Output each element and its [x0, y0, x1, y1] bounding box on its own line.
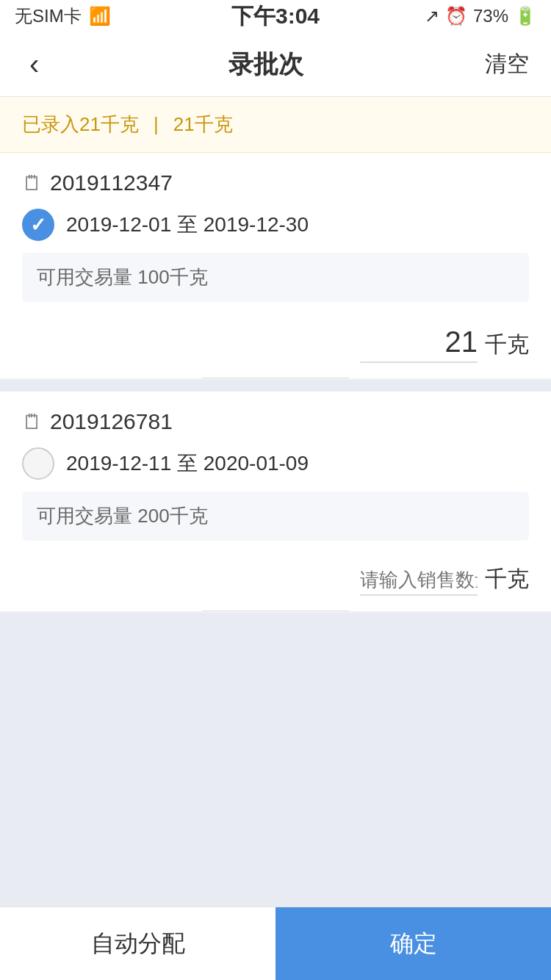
sim-text: 无SIM卡 — [15, 4, 82, 28]
divider-1 — [202, 378, 349, 378]
batch-card-1: 🗒 2019112347 2019-12-01 至 2019-12-30 可用交… — [0, 153, 551, 378]
amount-unit-1: 千克 — [485, 330, 529, 360]
batch-id-icon-1: 🗒 — [22, 171, 43, 195]
batch-card-2: 🗒 2019126781 2019-12-11 至 2020-01-09 可用交… — [0, 392, 551, 611]
summary-label: 已录入21千克 — [22, 112, 139, 137]
batch-avail-text-1: 可用交易量 100千克 — [37, 266, 208, 288]
auto-distribute-button[interactable]: 自动分配 — [0, 907, 276, 980]
batch-id-1: 2019112347 — [50, 170, 173, 195]
status-right: ↗ ⏰ 73% 🔋 — [425, 6, 536, 26]
amount-row-1: 千克 — [0, 314, 551, 378]
page-title: 录批次 — [228, 48, 303, 82]
batch-avail-row-2: 可用交易量 200千克 — [22, 491, 529, 541]
quantity-input-1[interactable] — [360, 325, 478, 363]
status-bar: 无SIM卡 📶 下午3:04 ↗ ⏰ 73% 🔋 — [0, 0, 551, 32]
clear-button[interactable]: 清空 — [485, 49, 529, 79]
empty-area — [0, 613, 551, 907]
batch-avail-text-2: 可用交易量 200千克 — [37, 505, 208, 527]
status-time: 下午3:04 — [231, 1, 320, 32]
amount-row-2: 千克 — [0, 552, 551, 610]
summary-value: 21千克 — [173, 112, 233, 137]
confirm-button[interactable]: 确定 — [276, 907, 551, 980]
section-separator — [0, 380, 551, 392]
divider-2 — [202, 610, 349, 611]
batch-date-row-1[interactable]: 2019-12-01 至 2019-12-30 — [0, 203, 551, 247]
battery-icon: 🔋 — [514, 6, 536, 26]
wifi-icon: 📶 — [89, 6, 111, 26]
status-left: 无SIM卡 📶 — [15, 4, 111, 28]
batch-radio-2[interactable] — [22, 447, 54, 480]
batch-date-1: 2019-12-01 至 2019-12-30 — [66, 211, 309, 239]
alarm-icon: ⏰ — [445, 6, 467, 26]
location-icon: ↗ — [425, 6, 439, 26]
summary-divider: | — [154, 113, 159, 136]
nav-bar: ‹ 录批次 清空 — [0, 32, 551, 97]
batch-date-row-2[interactable]: 2019-12-11 至 2020-01-09 — [0, 442, 551, 486]
quantity-input-2[interactable] — [360, 569, 478, 596]
batch-header-1: 🗒 2019112347 — [0, 153, 551, 203]
battery-text: 73% — [473, 6, 508, 26]
back-button[interactable]: ‹ — [22, 40, 46, 88]
batch-radio-1[interactable] — [22, 209, 54, 241]
batch-id-2: 2019126781 — [50, 409, 173, 434]
batch-avail-row-1: 可用交易量 100千克 — [22, 253, 529, 302]
bottom-bar: 自动分配 确定 — [0, 907, 551, 980]
batch-header-2: 🗒 2019126781 — [0, 392, 551, 442]
batch-date-2: 2019-12-11 至 2020-01-09 — [66, 450, 309, 478]
summary-bar: 已录入21千克 | 21千克 — [0, 97, 551, 153]
batch-id-icon-2: 🗒 — [22, 410, 43, 434]
amount-unit-2: 千克 — [485, 564, 529, 594]
